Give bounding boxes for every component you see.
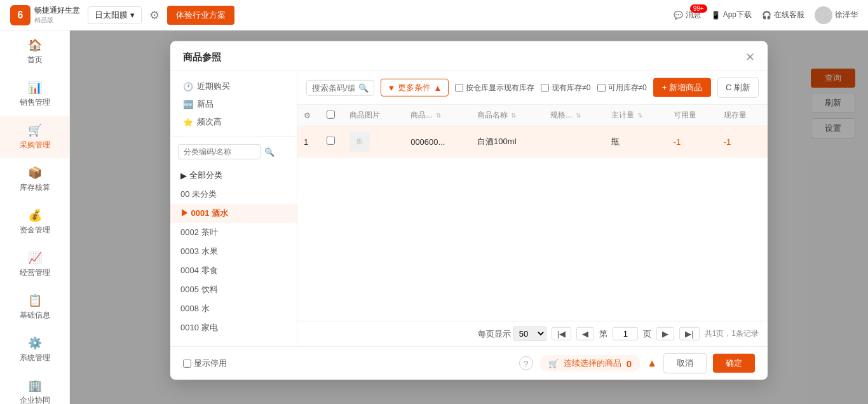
category-item-4[interactable]: 0004 零食 xyxy=(170,261,297,280)
col-code[interactable]: 商品... ⇅ xyxy=(404,105,471,126)
available-stock-checkbox-label[interactable]: 可用库存≠0 xyxy=(597,82,647,93)
table-row[interactable]: 1 图 000600... 白酒100ml 瓶 -1 -1 xyxy=(297,126,768,157)
modal-close-button[interactable]: ✕ xyxy=(745,50,755,64)
category-item-5[interactable]: 0005 饮料 xyxy=(170,280,297,299)
cancel-button[interactable]: 取消 xyxy=(663,353,707,374)
cart-count: 0 xyxy=(627,358,632,368)
user-avatar-item[interactable]: 徐泽华 xyxy=(815,6,858,24)
more-filter-button[interactable]: ▼ 更多条件 ▲ xyxy=(381,79,449,97)
sidebar-label-operations: 经营管理 xyxy=(20,267,50,278)
cat-1-label: ▶ 0001 酒水 xyxy=(180,208,228,219)
search-icon[interactable]: 🔍 xyxy=(358,83,369,92)
message-badge: 99+ xyxy=(690,4,707,13)
sidebar-item-enterprise[interactable]: 🏢 企业协同 xyxy=(0,371,69,404)
sidebar-item-finance[interactable]: 💰 资金管理 xyxy=(0,201,69,243)
settings-col-icon[interactable]: ⚙ xyxy=(304,111,311,119)
new-label: 新品 xyxy=(197,98,214,110)
row-index: 1 xyxy=(297,126,320,157)
warehouse-stock-checkbox[interactable] xyxy=(455,83,463,91)
sidebar-item-inventory[interactable]: 📦 库存核算 xyxy=(0,158,69,201)
prev-page-button[interactable]: ◀ xyxy=(576,327,594,340)
headset-icon: 🎧 xyxy=(762,11,771,20)
app-download-item[interactable]: 📱 App下载 xyxy=(711,10,752,20)
sidebar-item-system[interactable]: ⚙️ 系统管理 xyxy=(0,328,69,371)
sidebar-label-inventory: 库存核算 xyxy=(20,182,50,193)
confirm-button[interactable]: 确定 xyxy=(713,354,755,373)
app-label: App下载 xyxy=(723,10,752,20)
sidebar-item-basic-info[interactable]: 📋 基础信息 xyxy=(0,286,69,328)
page-label: 第 xyxy=(599,328,607,339)
frequent-link[interactable]: ⭐ 频次高 xyxy=(178,113,289,131)
category-search-icon[interactable]: 🔍 xyxy=(264,147,275,156)
col-name[interactable]: 商品名称 ⇅ xyxy=(471,105,544,126)
col-stock[interactable]: 现存量 xyxy=(717,105,768,126)
logo-text: 畅捷通好生意 精品版 xyxy=(34,5,80,25)
current-stock-checkbox[interactable] xyxy=(541,83,549,91)
cart-label: 连续选择的商品 xyxy=(564,358,621,369)
pagination-area: 每页显示 50100200 |◀ ◀ 第 页 ▶ ▶| 共1页，1条记录 xyxy=(297,321,768,346)
new-products-link[interactable]: 🆕 新品 xyxy=(178,95,289,113)
category-list: ▶ 全部分类 00 未分类 ▶ 0001 酒水 0002 茶叶 0003 水果 xyxy=(170,163,297,340)
filter-icon: ▼ xyxy=(388,83,396,92)
customer-service-item[interactable]: 🎧 在线客服 xyxy=(762,10,804,20)
category-item-3[interactable]: 0003 水果 xyxy=(170,242,297,261)
show-disabled-checkbox[interactable] xyxy=(183,359,191,367)
page-total-info: 共1页，1条记录 xyxy=(705,328,759,339)
product-table: ⚙ 商品图片 商品... ⇅ xyxy=(297,105,768,158)
modal-body: 🕐 近期购买 🆕 新品 ⭐ 频次高 🔍 xyxy=(170,71,768,346)
first-page-button[interactable]: |◀ xyxy=(552,327,571,340)
all-categories-link[interactable]: ▶ 全部分类 xyxy=(170,166,297,185)
category-item-2[interactable]: 0002 茶叶 xyxy=(170,223,297,242)
sales-icon: 📊 xyxy=(28,81,42,95)
col-available[interactable]: 可用量 xyxy=(667,105,717,126)
category-search-input[interactable] xyxy=(178,144,261,159)
available-stock-checkbox[interactable] xyxy=(597,83,606,91)
per-page-select[interactable]: 50100200 xyxy=(513,327,546,341)
help-icon[interactable]: ? xyxy=(519,356,533,370)
message-icon-item[interactable]: 💬 消息 99+ xyxy=(674,10,701,20)
modal-footer: 显示停用 ? 🛒 连续选择的商品 0 ▲ 取消 确定 xyxy=(170,346,768,380)
sidebar-label-system: 系统管理 xyxy=(20,353,50,363)
warehouse-stock-checkbox-label[interactable]: 按仓库显示现有库存 xyxy=(455,82,534,93)
recent-purchase-link[interactable]: 🕐 近期购买 xyxy=(178,77,289,95)
all-label: 全部分类 xyxy=(189,170,222,181)
page-number-input[interactable] xyxy=(613,327,638,340)
category-item-0[interactable]: 00 未分类 xyxy=(170,185,297,204)
cart-area[interactable]: 🛒 连续选择的商品 0 xyxy=(539,355,641,372)
current-stock-checkbox-label[interactable]: 现有库存≠0 xyxy=(541,82,590,93)
select-all-checkbox[interactable] xyxy=(327,110,335,118)
sidebar-label-sales: 销售管理 xyxy=(20,97,50,108)
trial-button[interactable]: 体验行业方案 xyxy=(167,6,234,25)
product-search-toolbar: 🔍 ▼ 更多条件 ▲ 按仓库显示现有库存 现有库存≠0 xyxy=(297,71,768,105)
product-available: -1 xyxy=(667,126,717,157)
logo-icon: 6 xyxy=(10,5,31,25)
new-icon: 🆕 xyxy=(183,99,193,109)
sidebar-item-purchase[interactable]: 🛒 采购管理 xyxy=(0,116,69,158)
cat-2-label: 0002 茶叶 xyxy=(180,227,218,238)
add-product-button[interactable]: + 新增商品 xyxy=(653,78,711,97)
sidebar: 🏠 首页 📊 销售管理 🛒 采购管理 📦 库存核算 💰 资金管理 📈 经营管理 … xyxy=(0,30,70,404)
row-checkbox[interactable] xyxy=(327,137,335,145)
sidebar-item-sales[interactable]: 📊 销售管理 xyxy=(0,73,69,116)
footer-right-area: ? 🛒 连续选择的商品 0 ▲ 取消 确定 xyxy=(519,353,755,374)
right-panel: 🔍 ▼ 更多条件 ▲ 按仓库显示现有库存 现有库存≠0 xyxy=(297,71,768,346)
store-selector[interactable]: 日太阳膜 ▾ xyxy=(88,6,142,24)
sidebar-item-home[interactable]: 🏠 首页 xyxy=(0,30,69,73)
collapse-up-icon[interactable]: ▲ xyxy=(647,358,657,369)
sidebar-label-home: 首页 xyxy=(27,55,43,65)
col-unit[interactable]: 主计量 ⇅ xyxy=(605,105,667,126)
sidebar-item-operations[interactable]: 📈 经营管理 xyxy=(0,243,69,286)
category-item-6[interactable]: 0008 水 xyxy=(170,299,297,318)
next-page-button[interactable]: ▶ xyxy=(656,327,674,340)
col-spec[interactable]: 规格... ⇅ xyxy=(544,105,604,126)
show-disabled-text: 显示停用 xyxy=(194,358,227,369)
refresh-button[interactable]: C 刷新 xyxy=(717,77,759,98)
gear-icon[interactable]: ⚙ xyxy=(149,8,159,22)
page-size-selector: 每页显示 50100200 xyxy=(478,327,546,341)
category-item-7[interactable]: 0010 家电 xyxy=(170,318,297,337)
main-area: 查询 刷新 设置 商品参照 ✕ 🕐 近期购买 🆕 新品 xyxy=(70,30,868,404)
category-item-1[interactable]: ▶ 0001 酒水 xyxy=(170,204,297,223)
show-disabled-label[interactable]: 显示停用 xyxy=(183,358,227,369)
product-search-input[interactable] xyxy=(312,83,355,92)
last-page-button[interactable]: ▶| xyxy=(679,327,699,340)
